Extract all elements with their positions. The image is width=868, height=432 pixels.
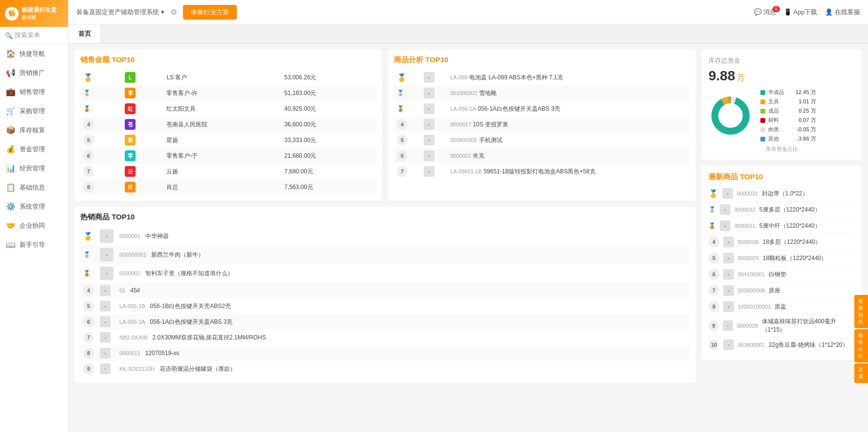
sidebar-item-marketing[interactable]: 📢 营销推广 <box>0 63 68 82</box>
list-item: 4 ▪ 0000030 18多层（1220*2440） <box>708 234 855 250</box>
inventory-icon: 📦 <box>6 125 16 135</box>
product-code: 0000031 <box>734 223 755 229</box>
sidebar-item-finance[interactable]: 💰 资金管理 <box>0 140 68 159</box>
rank-badge: 🥇 <box>708 189 718 198</box>
settings-icon[interactable]: ⚙ <box>170 7 177 17</box>
legend-dot <box>760 99 765 104</box>
product-name: 056-1A白色按键开关盖ABS 3克 <box>150 318 233 325</box>
product-code: 000800005 <box>450 137 477 143</box>
sidebar-item-base-info[interactable]: 📋 基础信息 <box>0 178 68 197</box>
sidebar-item-shortcuts[interactable]: 🏠 快捷导航 <box>0 44 68 63</box>
online-service-button[interactable]: 👤 在线客服 <box>825 8 860 17</box>
inventory-subtitle: 库存资金占比 <box>708 145 855 153</box>
table-row: 6 零 零售客户-于 21,680.00元 <box>80 148 376 164</box>
product-thumb: ▪ <box>424 88 434 98</box>
customer-service-button[interactable]: 客服热线 <box>854 295 868 328</box>
tab-home[interactable]: 首页 <box>69 24 101 43</box>
product-thumb: ▪ <box>424 150 434 161</box>
list-item: 5 ▪ 0000029 18颗粒板（1220*2440） <box>708 250 855 266</box>
live-stream-button[interactable]: 直播 <box>854 363 868 383</box>
app-download-button[interactable]: 📱 App下载 <box>784 8 817 17</box>
top-section: 销售金额 TOP10 🥇 L LS 客户 53,006.26元 <box>74 49 696 201</box>
legend-label: 成品 <box>768 107 793 115</box>
page-tabs: 首页 <box>69 24 868 44</box>
app-subtitle: 标准版 <box>22 14 57 21</box>
sidebar-item-guide[interactable]: 📖 新手引导 <box>0 235 68 254</box>
product-thumb: ▪ <box>722 188 733 199</box>
base-info-label: 基础信息 <box>20 183 45 192</box>
product-name: 2.0X30MM双搓花轴,搓花直径2.1MM/ROHS <box>153 334 266 341</box>
table-row: 4 ▪ 0000017 10S 变扭罗浆 <box>394 117 690 132</box>
product-thumb: ▪ <box>100 285 111 296</box>
service-community-button[interactable]: 服务社区 <box>854 329 868 362</box>
marketing-label: 营销推广 <box>20 69 45 77</box>
sidebar-item-system[interactable]: ⚙️ 系统管理 <box>0 197 68 216</box>
product-thumb: ▪ <box>723 253 734 264</box>
product-code: 10000100001 <box>738 304 771 310</box>
trial-button[interactable]: 体验行业方案 <box>183 5 237 20</box>
system-label: 系统管理 <box>20 202 45 211</box>
legend-label: 半成品 <box>768 89 793 96</box>
legend-value: 1.01 万 <box>799 98 816 105</box>
list-item: 9 ▪ 0000028 体城嘉枝味苏打饮品400毫升（1*15） <box>708 315 855 337</box>
customer-name: LS 客户 <box>163 70 281 85</box>
legend-item: 半成品 12.45 万 <box>760 89 816 96</box>
product-thumb: ▪ <box>424 103 434 114</box>
inventory-title: 库存总资金 <box>708 56 855 65</box>
product-thumb: ▪ <box>723 237 734 247</box>
table-row: 🥉 红 红太阳文具 40,925.00元 <box>80 101 376 117</box>
message-badge: 6 <box>773 6 780 12</box>
product-name: 雪地靴 <box>479 90 497 96</box>
legend-item: 成品 0.25 万 <box>760 107 816 115</box>
product-name: 封边带（1.0*22） <box>762 190 808 198</box>
avatar: 肖 <box>125 182 136 192</box>
product-code: 000500001 <box>119 252 146 258</box>
product-name: 59651-1B旋转投影灯电池盒ABS黑色+58克 <box>483 168 595 175</box>
product-code: 000800008 <box>738 288 765 293</box>
search-icon: 🔍 <box>5 32 13 39</box>
product-thumb: ▪ <box>424 166 434 177</box>
product-code: NB2.0X30B <box>119 335 147 340</box>
hot-products-table: 🥇 ▪ 0000001 中华神器 🥈 ▪ 000500001 新西兰牛肉（新牛）… <box>80 227 690 377</box>
message-button[interactable]: 💬 消息 6 <box>754 8 777 17</box>
product-code: KK-SD22110H <box>119 366 155 372</box>
product-thumb: ▪ <box>424 119 434 130</box>
table-row: 🥈 ▪ 000500001 新西兰牛肉（新牛） <box>80 245 690 264</box>
base-info-icon: 📋 <box>6 183 16 192</box>
sidebar-search[interactable]: 🔍 搜索菜单 <box>0 27 68 44</box>
legend-value: 0.07 万 <box>799 117 816 124</box>
operations-label: 经营管理 <box>20 164 45 173</box>
legend-dot <box>760 137 765 142</box>
customer-amount: 7,680.00元 <box>281 164 376 179</box>
customer-amount: 21,680.00元 <box>281 148 376 164</box>
table-row: 🥇 L LS 客户 53,006.26元 <box>80 70 376 85</box>
product-thumb: ▪ <box>723 301 734 312</box>
product-analysis-table: 🥇 ▪ LA-089 电池盖 LA-089 ABS本色+黑种 7.1克 🥈 ▪ … <box>394 70 690 179</box>
app-icon: 📱 <box>784 8 792 16</box>
product-thumb: ▪ <box>100 332 111 343</box>
sidebar-item-purchase[interactable]: 🛒 采购管理 <box>0 101 68 120</box>
system-selector[interactable]: 装备及固定资产辅助管理系统 ▾ <box>76 8 164 17</box>
product-name: 白钢垫 <box>769 270 786 279</box>
customer-amount: 40,925.00元 <box>281 101 376 117</box>
rank-badge: 7 <box>708 285 719 296</box>
sidebar-item-inventory[interactable]: 📦 库存核算 <box>0 120 68 140</box>
system-name: 装备及固定资产辅助管理系统 <box>76 8 159 17</box>
purchase-label: 采购管理 <box>20 107 45 116</box>
customer-name: 零售客户-于 <box>163 148 281 164</box>
sidebar-item-sales[interactable]: 💼 销售管理 <box>0 82 68 101</box>
sidebar-item-cooperation[interactable]: 🤝 企业协同 <box>0 216 68 235</box>
customer-name: 红太阳文具 <box>163 101 281 117</box>
legend-label: 材料 <box>768 117 793 124</box>
product-thumb: ▪ <box>723 320 733 331</box>
rank-badge: 🥈 <box>708 206 716 213</box>
avatar: 苍 <box>125 119 136 130</box>
product-code: 0000002 <box>119 270 140 276</box>
sidebar-item-operations[interactable]: 📊 经营管理 <box>0 159 68 178</box>
legend-label: 文具 <box>768 98 793 105</box>
inventory-card: 库存总资金 9.88 万 <box>702 49 862 160</box>
table-row: 🥉 ▪ 0000002 智利车子里（规格不知道填什么） <box>80 264 690 283</box>
service-label: 在线客服 <box>835 8 860 16</box>
legend-label: 肉类 <box>768 126 793 133</box>
sidebar-header: 畅 畅捷通好生意 标准版 <box>0 0 68 27</box>
